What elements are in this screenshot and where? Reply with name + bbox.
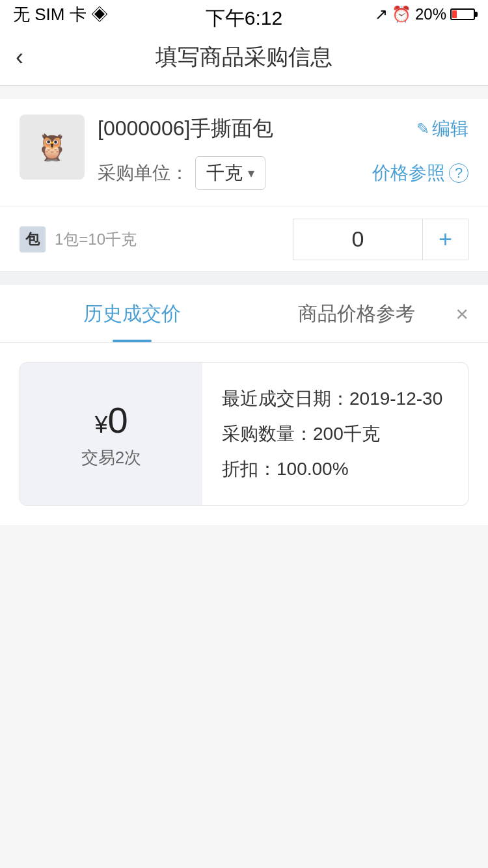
price-amount: ¥0 (94, 399, 128, 441)
page-title: 填写商品采购信息 (156, 42, 332, 72)
discount-row: 折扣：100.00% (222, 457, 448, 481)
recent-date-value: 2019-12-30 (349, 388, 442, 409)
tab-price-reference-label: 商品价格参考 (298, 301, 415, 327)
unit-value: 千克 (206, 161, 243, 185)
status-bar: 无 SIM 卡 ◈ 下午6:12 ↗ ⏰ 20% (0, 0, 488, 29)
tab-price-reference[interactable]: 商品价格参考 (244, 285, 468, 342)
price-card-container: ¥0 交易2次 最近成交日期：2019-12-30 采购数量：200千克 折扣：… (0, 343, 488, 525)
edit-button[interactable]: ✎ 编辑 (416, 116, 468, 141)
purchase-qty-row: 采购数量：200千克 (222, 422, 448, 446)
product-name: [0000006]手撕面包 (98, 115, 273, 143)
tabs-section: 历史成交价 商品价格参考 × (0, 285, 488, 343)
product-thumbnail: 🦉 (20, 115, 85, 180)
unit-dropdown[interactable]: 千克 ▾ (195, 156, 265, 190)
nav-bar: ‹ 填写商品采购信息 (0, 29, 488, 86)
price-value: 0 (107, 400, 128, 441)
product-owl-icon: 🦉 (36, 132, 68, 163)
price-card-right: 最近成交日期：2019-12-30 采购数量：200千克 折扣：100.00% (202, 363, 468, 505)
product-name-row: [0000006]手撕面包 ✎ 编辑 (98, 115, 468, 143)
tab-close-button[interactable]: × (455, 301, 468, 327)
price-transactions: 交易2次 (81, 446, 141, 469)
price-card: ¥0 交易2次 最近成交日期：2019-12-30 采购数量：200千克 折扣：… (20, 362, 468, 506)
quantity-plus-button[interactable]: + (423, 219, 468, 260)
product-section: 🦉 [0000006]手撕面包 ✎ 编辑 采购单位： 千克 ▾ 价格参照 ? (0, 99, 488, 206)
quantity-conversion: 1包=10千克 (55, 229, 137, 250)
unit-selector-group: 采购单位： 千克 ▾ (98, 156, 265, 190)
price-ref-label: 价格参照 (372, 161, 445, 185)
tabs-row: 历史成交价 商品价格参考 × (0, 285, 488, 342)
content-area (0, 525, 488, 868)
location-icon: ↗ (375, 5, 388, 23)
quantity-input[interactable] (293, 219, 423, 260)
back-button[interactable]: ‹ (16, 44, 23, 71)
purchase-qty-label: 采购数量： (222, 424, 313, 444)
discount-label: 折扣： (222, 459, 277, 479)
alarm-icon: ⏰ (392, 5, 411, 23)
quantity-input-group: + (293, 219, 468, 260)
purchase-unit-label: 采购单位： (98, 161, 189, 185)
quantity-unit-badge: 包 (20, 226, 46, 252)
chevron-down-icon: ▾ (248, 165, 254, 181)
battery-icon (450, 8, 475, 20)
tab-history-price[interactable]: 历史成交价 (20, 285, 244, 342)
recent-date-label: 最近成交日期： (222, 388, 349, 409)
quantity-section: 包 1包=10千克 + (0, 207, 488, 272)
tab-history-price-label: 历史成交价 (83, 301, 181, 327)
price-currency: ¥ (94, 411, 107, 438)
purchase-qty-value: 200千克 (313, 424, 380, 444)
recent-date-row: 最近成交日期：2019-12-30 (222, 387, 448, 411)
status-carrier: 无 SIM 卡 ◈ (13, 3, 108, 26)
price-card-left: ¥0 交易2次 (20, 363, 202, 505)
section-divider (0, 272, 488, 285)
price-reference-button[interactable]: 价格参照 ? (372, 161, 468, 185)
status-time: 下午6:12 (206, 5, 282, 32)
status-right-group: ↗ ⏰ 20% (375, 5, 475, 23)
help-icon: ? (449, 163, 468, 183)
battery-percent: 20% (415, 5, 446, 23)
edit-icon: ✎ (416, 120, 429, 138)
discount-value: 100.00% (277, 459, 349, 479)
product-info: [0000006]手撕面包 ✎ 编辑 采购单位： 千克 ▾ 价格参照 ? (98, 115, 468, 190)
quantity-label-group: 包 1包=10千克 (20, 226, 137, 252)
purchase-unit-row: 采购单位： 千克 ▾ 价格参照 ? (98, 156, 468, 190)
edit-label: 编辑 (432, 116, 468, 141)
